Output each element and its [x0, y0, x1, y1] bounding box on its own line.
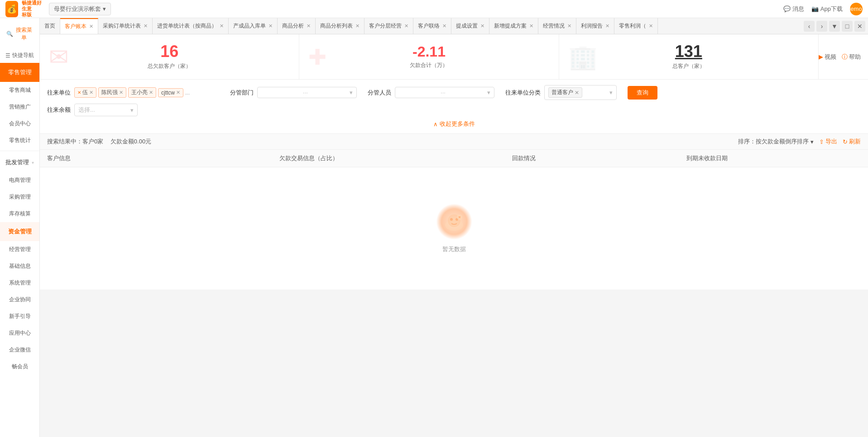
- sidebar-item-enterprise-wechat[interactable]: 企业微信: [0, 342, 39, 358]
- tab-close-profit-report[interactable]: ✕: [605, 23, 609, 29]
- remainder-filter-select[interactable]: 选择... ▾: [74, 104, 138, 116]
- stat-card-customers: ✉ 16 总欠款客户（家）: [40, 34, 299, 79]
- sidebar-item-newcomer-guide[interactable]: 新手引导: [0, 308, 39, 325]
- tag-close-wu[interactable]: ✕: [89, 90, 93, 95]
- unit-category-tag-close[interactable]: ✕: [575, 90, 579, 96]
- tab-new-commission[interactable]: 新增提成方案 ✕: [489, 18, 538, 34]
- filter-tag-wang[interactable]: 王小亮 ✕: [128, 87, 156, 98]
- unit-category-filter-select[interactable]: 普通客户 ✕ ▾: [544, 85, 617, 100]
- tab-close-production-instock[interactable]: ✕: [269, 23, 273, 29]
- tab-prev-button[interactable]: ‹: [804, 21, 815, 32]
- stat-icon-debt: ✚: [308, 44, 326, 70]
- tab-customer-account[interactable]: 客户账本 ✕: [60, 18, 98, 34]
- tab-purchase-order[interactable]: 采购订单统计表 ✕: [98, 18, 153, 34]
- filter-tag-wu[interactable]: ✕ 伍 ✕: [74, 87, 96, 98]
- sidebar-search[interactable]: 🔍 搜索菜单: [0, 18, 39, 48]
- department-filter-select[interactable]: ··· ▾: [257, 87, 357, 98]
- sidebar-item-app-center[interactable]: 应用中心: [0, 325, 39, 342]
- tab-close-goods-analysis-list[interactable]: ✕: [355, 23, 360, 29]
- sidebar-item-operations-management[interactable]: 经营管理: [0, 241, 39, 258]
- quick-nav-button[interactable]: ☰ 快捷导航: [0, 48, 39, 63]
- sidebar-item-basic-info[interactable]: 基础信息: [0, 258, 39, 275]
- sidebar-item-inventory[interactable]: 库存核算: [0, 205, 39, 222]
- tab-close-goods-analysis[interactable]: ✕: [307, 23, 311, 29]
- app-download-button[interactable]: 📷 App下载: [811, 5, 843, 13]
- collapse-button[interactable]: ∧ 收起更多条件: [47, 120, 861, 128]
- tab-production-instock[interactable]: 产成品入库单 ✕: [229, 18, 278, 34]
- tab-next-button[interactable]: ›: [816, 21, 827, 32]
- sidebar-item-batch-management[interactable]: 批发管理 ▾: [0, 153, 39, 172]
- stat-number-customers: 16: [148, 43, 191, 60]
- workspace-name: 母婴行业演示帐套: [54, 5, 101, 13]
- tab-customer-connect[interactable]: 客户联络 ✕: [413, 18, 451, 34]
- message-button[interactable]: 💬 消息: [783, 5, 804, 13]
- department-arrow-icon: ▾: [350, 89, 353, 96]
- tab-close-new-commission[interactable]: ✕: [529, 23, 533, 29]
- refresh-icon: ↻: [843, 138, 848, 145]
- sidebar-item-retail-management[interactable]: 零售管理: [0, 63, 39, 82]
- tab-close-purchase-order[interactable]: ✕: [144, 23, 148, 29]
- sidebar-item-member-center[interactable]: 会员中心: [0, 115, 39, 132]
- tab-close-purchase-stats[interactable]: ✕: [220, 23, 224, 29]
- filter-tag-chen[interactable]: 陈民强 ✕: [98, 87, 126, 98]
- sort-label[interactable]: 排序：按欠款金额倒序排序 ▾: [738, 138, 814, 146]
- search-menu-button[interactable]: 🔍 搜索菜单: [4, 24, 36, 44]
- tag-close-cjttcw[interactable]: ✕: [176, 90, 180, 95]
- tab-goods-analysis[interactable]: 商品分析 ✕: [278, 18, 316, 34]
- logo-area: 💰 畅捷通好生意 标版: [5, 0, 45, 18]
- tab-business-status[interactable]: 经营情况 ✕: [538, 18, 576, 34]
- tab-close-commission-settings[interactable]: ✕: [480, 23, 484, 29]
- tab-purchase-stats[interactable]: 进货单统计表（按商品） ✕: [153, 18, 229, 34]
- sidebar-item-system-management[interactable]: 系统管理: [0, 275, 39, 291]
- export-button[interactable]: ⇧ 导出: [819, 138, 837, 146]
- empty-icon: [436, 204, 472, 240]
- tag-icon-wu: ✕: [77, 90, 81, 95]
- table-body: 暂无数据: [40, 167, 868, 290]
- tab-close-customer-account[interactable]: ✕: [89, 24, 93, 29]
- tab-close-all-button[interactable]: ✕: [854, 21, 865, 32]
- refresh-button[interactable]: ↻ 刷新: [843, 138, 861, 146]
- tag-close-wang[interactable]: ✕: [149, 90, 153, 95]
- empty-state: 暂无数据: [40, 167, 868, 290]
- sidebar-item-retail-mall[interactable]: 零售商城: [0, 82, 39, 99]
- sidebar-item-marketing[interactable]: 营销推广: [0, 99, 39, 115]
- table-col-customer: 客户信息: [47, 154, 279, 162]
- table-header: 客户信息 欠款交易信息（占比） 回款情况 到期未收款日期: [40, 150, 868, 167]
- tab-goods-analysis-list[interactable]: 商品分析列表 ✕: [316, 18, 364, 34]
- filter-tag-cjttcw[interactable]: cjttcw ✕: [158, 88, 183, 97]
- tab-close-customer-tier[interactable]: ✕: [404, 23, 408, 29]
- table-col-repayment: 回款情况: [512, 154, 686, 162]
- stat-number-total: 131: [672, 43, 705, 60]
- tab-retail-profit[interactable]: 零售利润（ ✕: [614, 18, 658, 34]
- message-label: 消息: [792, 5, 804, 13]
- tab-menu-button[interactable]: ▼: [829, 21, 840, 32]
- sidebar-item-vip-member[interactable]: 畅会员: [0, 358, 39, 375]
- tab-home[interactable]: 首页: [40, 18, 60, 34]
- person-filter-select[interactable]: ··· ▾: [395, 87, 494, 98]
- results-actions: 排序：按欠款金额倒序排序 ▾ ⇧ 导出 ↻ 刷新: [738, 138, 861, 146]
- unit-filter-label: 往来单位: [47, 89, 71, 97]
- unit-category-tag[interactable]: 普通客户 ✕: [548, 87, 582, 98]
- sidebar-item-purchase-management[interactable]: 采购管理: [0, 189, 39, 205]
- more-tags-button[interactable]: ...: [185, 90, 190, 96]
- sidebar-item-retail-stats[interactable]: 零售统计: [0, 132, 39, 149]
- tab-close-retail-profit[interactable]: ✕: [649, 23, 653, 29]
- tab-close-business-status[interactable]: ✕: [567, 23, 571, 29]
- workspace-selector[interactable]: 母婴行业演示帐套 ▾: [49, 3, 111, 15]
- query-button[interactable]: 查询: [628, 86, 657, 100]
- sidebar-item-capital-management[interactable]: 资金管理: [0, 222, 39, 241]
- sidebar-item-ecommerce[interactable]: 电商管理: [0, 172, 39, 189]
- sidebar-item-enterprise-collab[interactable]: 企业协同: [0, 291, 39, 308]
- tab-close-customer-connect[interactable]: ✕: [442, 23, 446, 29]
- tab-maximize-button[interactable]: □: [842, 21, 853, 32]
- tab-customer-tier[interactable]: 客户分层经营 ✕: [364, 18, 413, 34]
- video-button[interactable]: ▶ 视频: [819, 53, 836, 61]
- tab-profit-report[interactable]: 利润报告 ✕: [576, 18, 614, 34]
- app-subtitle: 标版: [22, 12, 45, 18]
- tab-commission-settings[interactable]: 提成设置 ✕: [451, 18, 489, 34]
- user-avatar[interactable]: demo2: [850, 3, 863, 15]
- tag-close-chen[interactable]: ✕: [119, 90, 123, 95]
- stat-label-customers: 总欠款客户（家）: [148, 62, 191, 70]
- help-button[interactable]: ⓘ 帮助: [842, 53, 861, 61]
- stat-card-debt: ✚ -2.11 欠款合计（万）: [299, 34, 559, 79]
